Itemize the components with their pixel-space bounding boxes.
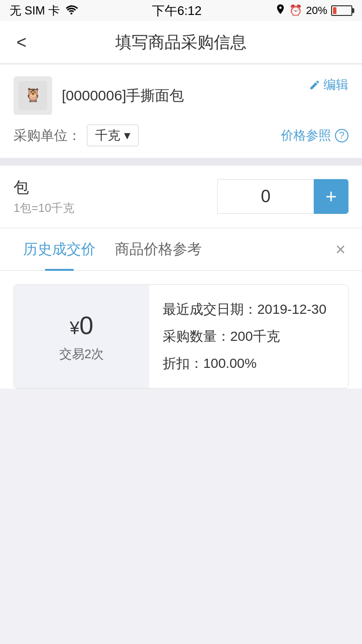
unit-label: 采购单位： — [14, 126, 81, 145]
product-thumbnail: 🦉 — [14, 76, 52, 115]
back-button[interactable]: < — [12, 28, 31, 57]
quantity-plus-button[interactable]: + — [314, 179, 348, 214]
currency-symbol: ¥ — [70, 318, 80, 338]
product-left: 🦉 [0000006]手撕面包 — [14, 76, 184, 115]
tab-price-ref[interactable]: 商品价格参考 — [105, 228, 211, 271]
unit-selector: 采购单位： 千克 ▾ — [14, 125, 139, 146]
history-price: ¥0 — [70, 311, 94, 340]
quantity-unit-info: 1包=10千克 — [14, 200, 74, 216]
product-unit-row: 采购单位： 千克 ▾ 价格参照 ? — [14, 125, 348, 146]
quantity-unit-name: 包 — [14, 177, 74, 198]
recent-date-value: 2019-12-30 — [257, 302, 326, 317]
alarm-icon: ⏰ — [289, 4, 302, 17]
recent-date-row: 最近成交日期：2019-12-30 — [163, 300, 334, 319]
discount-row: 折扣：100.00% — [163, 354, 334, 373]
status-bar: 无 SIM 卡 下午6:12 ⏰ 20% — [0, 0, 362, 21]
svg-text:🦉: 🦉 — [25, 87, 42, 103]
dropdown-arrow-icon: ▾ — [124, 128, 130, 143]
tab-price-ref-label: 商品价格参考 — [115, 239, 202, 259]
history-card-left: ¥0 交易2次 — [14, 285, 149, 388]
quantity-input[interactable]: 0 — [217, 179, 314, 214]
panel-tabs: 历史成交价 商品价格参考 × — [0, 228, 362, 271]
status-left: 无 SIM 卡 — [10, 3, 78, 18]
battery-icon — [331, 5, 352, 16]
quantity-input-group: 0 + — [217, 179, 348, 214]
nav-bar: < 填写商品采购信息 — [0, 21, 362, 64]
price-value: 0 — [80, 311, 94, 339]
edit-button[interactable]: 编辑 — [309, 76, 348, 93]
tab-history-label: 历史成交价 — [23, 239, 96, 259]
panel-section: 历史成交价 商品价格参考 × ¥0 交易2次 最近成交日期：2019-12-30… — [0, 228, 362, 389]
purchase-qty-row: 采购数量：200千克 — [163, 327, 334, 346]
status-time: 下午6:12 — [152, 2, 202, 19]
price-ref-label: 价格参照 — [281, 127, 331, 144]
divider — [0, 158, 362, 166]
battery-percentage: 20% — [306, 4, 327, 17]
unit-select-button[interactable]: 千克 ▾ — [87, 125, 139, 146]
product-section: 🦉 [0000006]手撕面包 编辑 采购单位： 千克 ▾ 价格参照 ? — [0, 65, 362, 158]
close-button[interactable]: × — [331, 235, 350, 265]
edit-label: 编辑 — [323, 76, 348, 93]
history-card-right: 最近成交日期：2019-12-30 采购数量：200千克 折扣：100.00% — [149, 285, 348, 388]
carrier-text: 无 SIM 卡 — [10, 3, 60, 18]
info-icon: ? — [335, 129, 348, 142]
purchase-qty-label: 采购数量： — [163, 329, 230, 344]
wifi-icon — [65, 4, 78, 17]
history-card: ¥0 交易2次 最近成交日期：2019-12-30 采购数量：200千克 折扣：… — [14, 284, 348, 389]
unit-value: 千克 — [95, 127, 120, 144]
status-right: ⏰ 20% — [276, 4, 352, 17]
tab-history-price[interactable]: 历史成交价 — [14, 228, 105, 271]
recent-date-label: 最近成交日期： — [163, 302, 257, 317]
page-title: 填写商品采购信息 — [115, 31, 247, 54]
purchase-qty-value: 200千克 — [230, 329, 280, 344]
quantity-info: 包 1包=10千克 — [14, 177, 74, 216]
discount-value: 100.00% — [203, 356, 257, 371]
product-header: 🦉 [0000006]手撕面包 编辑 — [14, 76, 348, 115]
location-icon — [276, 4, 285, 17]
product-name: [0000006]手撕面包 — [62, 86, 184, 106]
discount-label: 折扣： — [163, 356, 203, 371]
price-ref-button[interactable]: 价格参照 ? — [281, 127, 348, 144]
trade-count: 交易2次 — [59, 346, 104, 363]
quantity-section: 包 1包=10千克 0 + — [0, 166, 362, 227]
